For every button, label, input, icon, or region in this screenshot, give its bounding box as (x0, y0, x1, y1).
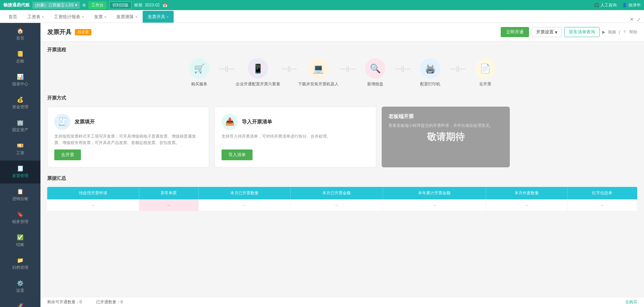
go-invoice-button[interactable]: 去开票 (54, 149, 81, 160)
import-list-button[interactable]: 导入清单 (222, 149, 253, 160)
arrow-icon: —||— (395, 65, 410, 72)
printer-icon: 🖨️ (425, 63, 436, 74)
close-icon[interactable]: × (104, 15, 106, 19)
tab-payroll-stats[interactable]: 工资统计报表 × (49, 11, 89, 23)
settlement-icon: ✅ (17, 234, 24, 241)
close-icon[interactable]: × (82, 15, 84, 19)
sidebar-item-purchase-sales[interactable]: 📋 进销台账 (0, 184, 40, 206)
sidebar-item-payroll[interactable]: 💴 工资 (0, 138, 40, 161)
close-icon[interactable]: × (167, 15, 169, 19)
home-icon: 🏠 (17, 28, 24, 34)
cell-void-count: -- (486, 199, 567, 211)
sidebar-item-tax[interactable]: 🔖 税务管理 (0, 206, 40, 229)
divider: | (619, 30, 620, 34)
col-abnormal: 异常单票 (139, 187, 198, 199)
sidebar-item-ledger[interactable]: 📒 总账 (0, 46, 40, 69)
import-list-card: 📥 导入开票清单 支持导入待开票清单，可对待开票清单进行拆分、合并处理。 导入清… (214, 107, 376, 167)
manual-fill-card: 🧾 发票填开 支持按照发票样式手工填写开发票；可开具增值税电子普通发票、增值税普… (47, 107, 209, 167)
sidebar: 🏠 首页 📒 总账 📊 报表中心 💰 资金管理 🏢 固定资产 💴 工资 🧾 发票… (0, 23, 40, 307)
arrow-icon: —||— (340, 65, 355, 72)
calendar-icon[interactable]: 📅 (163, 3, 168, 7)
top-bar-right: 🎧 人工咨询 👤 徐泽华 (594, 2, 641, 8)
open-now-button[interactable]: 立即开通 (501, 27, 529, 37)
tab-invoice-calc[interactable]: 发票测算 × (111, 11, 142, 23)
funds-icon: 💰 (17, 96, 24, 103)
process-flow: 🛒 购买服务 —||— 📱 企业开通配置开票六要素 —||— 💻 下 (47, 58, 637, 87)
col-void-count: 本月作废数量 (486, 187, 567, 199)
remaining-label: 剩余可开通数量：0 (47, 300, 82, 304)
purchase-sales-icon: 📋 (17, 188, 24, 195)
sidebar-item-invoice-mgmt[interactable]: 🧾 发票管理 (0, 161, 40, 184)
workspace-button[interactable]: 工作台 (88, 1, 107, 9)
summary-table-header: 待处理开票申请 异常单票 本月已开票数量 本月已开票金额 本年累计开票金额 本月… (47, 187, 637, 199)
sidebar-item-home[interactable]: 🏠 首页 (0, 23, 40, 46)
bottom-bar-info: 剩余可开通数量：0 已开通数量：0 (47, 299, 123, 305)
sidebar-item-label: 固定资产 (12, 127, 28, 133)
main-layout: 🏠 首页 📒 总账 📊 报表中心 💰 资金管理 🏢 固定资产 💴 工资 🧾 发票… (0, 23, 644, 307)
newbie-icon: 🚀 (17, 303, 24, 307)
sidebar-item-assets[interactable]: 🏢 固定资产 (0, 115, 40, 138)
sidebar-item-label: 资金管理 (12, 104, 28, 110)
tab-invoice-issue[interactable]: 发票开具 × (143, 11, 174, 23)
tab-home[interactable]: 首页 (3, 11, 22, 23)
content-area: 发票开具 待开通 立即开通 开票设置 ▾ 异常清单查询 ▶ 视频 | ？ 帮助 (40, 23, 644, 307)
sidebar-item-label: 发票管理 (12, 173, 28, 179)
buy-link[interactable]: 去购买 (625, 299, 637, 305)
manual-fill-icon: 🧾 (58, 117, 67, 126)
sidebar-item-archive[interactable]: 📁 归档管理 (0, 252, 40, 275)
tab-invoice[interactable]: 发票 × (89, 11, 111, 23)
manual-fill-title: 发票填开 (75, 119, 95, 125)
process-step-download: 💻 下载并安装开票机器人 (298, 58, 339, 87)
printer-icon-wrap: 🖨️ (420, 58, 440, 79)
tab-invoice-issue-label: 发票开具 (148, 14, 165, 20)
process-step-taxdisk: 🔍 新增税盘 (357, 58, 394, 87)
tab-home-label: 首页 (8, 14, 17, 20)
col-yearly-amount: 本年累计开票金额 (383, 187, 486, 199)
status-badge: 待开通 (75, 29, 91, 35)
sidebar-item-funds[interactable]: 💰 资金管理 (0, 92, 40, 115)
tab-invoice-calc-label: 发票测算 (116, 14, 134, 20)
buy-service-label: 购买服务 (191, 81, 207, 87)
boss-terminal-card: 老板端开票 查看老板端小程序提交的开票申请，并作出相应处理意见。 敬请期待 (382, 107, 510, 167)
buy-service-icon-wrap: 🛒 (189, 58, 209, 79)
invoice-icon: 🧾 (17, 165, 24, 172)
taxdisk-icon: 🔍 (370, 63, 381, 74)
abnormal-query-button[interactable]: 异常清单查询 (564, 27, 599, 37)
go-invoice-icon: 📄 (480, 63, 491, 74)
copy-icon[interactable]: ⧉ (83, 3, 86, 7)
resize-icon[interactable]: ⤢ (637, 17, 641, 22)
import-list-icon-wrap: 📥 (222, 114, 238, 130)
sidebar-item-newbie[interactable]: 🚀 新手引导 (0, 298, 40, 307)
period-value: 2023-02 (145, 3, 160, 7)
page-title-row: 发票开具 待开通 (47, 28, 91, 36)
download-icon-wrap: 💻 (308, 58, 328, 79)
sidebar-item-settings[interactable]: ⚙️ 设置 (0, 275, 40, 298)
archive-icon: 📁 (17, 257, 24, 263)
nav-tabs: 首页 工资表 × 工资统计报表 × 发票 × 发票测算 × 发票开具 × ✕ ⤢ (0, 10, 644, 23)
tab-invoice-label: 发票 (94, 14, 103, 20)
company-selector[interactable]: (勿删）江西服宝-LSS ▾ (32, 2, 80, 9)
import-list-desc: 支持导入待开票清单，可对待开票清单进行拆分、合并处理。 (222, 133, 369, 140)
support-button[interactable]: 🎧 人工咨询 (594, 2, 617, 8)
taxdisk-icon-wrap: 🔍 (365, 58, 385, 79)
app-logo: 畅捷通易代账 (3, 2, 30, 8)
col-monthly-count: 本月已开票数量 (198, 187, 291, 199)
summary-section-title: 票据汇总 (47, 175, 637, 182)
close-icon[interactable]: × (135, 15, 137, 19)
company-name: (勿删）江西服宝-LSS (35, 2, 74, 8)
close-icon[interactable]: × (42, 15, 44, 19)
page-title: 发票开具 (47, 28, 71, 36)
open-settings-button[interactable]: 开票设置 ▾ (532, 27, 562, 37)
sidebar-item-reports[interactable]: 📊 报表中心 (0, 69, 40, 92)
top-bar: 畅捷通易代账 (勿删）江西服宝-LSS ▾ ⧉ 工作台 切到旧版 账期 2023… (0, 0, 644, 10)
sidebar-item-label: 工资 (16, 150, 24, 156)
switch-version-button[interactable]: 切到旧版 (109, 1, 131, 9)
close-panel-icon[interactable]: ✕ (630, 16, 634, 23)
import-list-icon: 📥 (225, 117, 234, 126)
opened-label: 已开通数量：0 (96, 300, 123, 304)
import-list-title: 导入开票清单 (242, 119, 272, 125)
sidebar-item-settlement[interactable]: ✅ 结账 (0, 229, 40, 252)
help-icon: ？ (622, 29, 626, 35)
open-settings-label: 开票设置 (536, 29, 554, 35)
tab-payroll[interactable]: 工资表 × (22, 11, 49, 23)
